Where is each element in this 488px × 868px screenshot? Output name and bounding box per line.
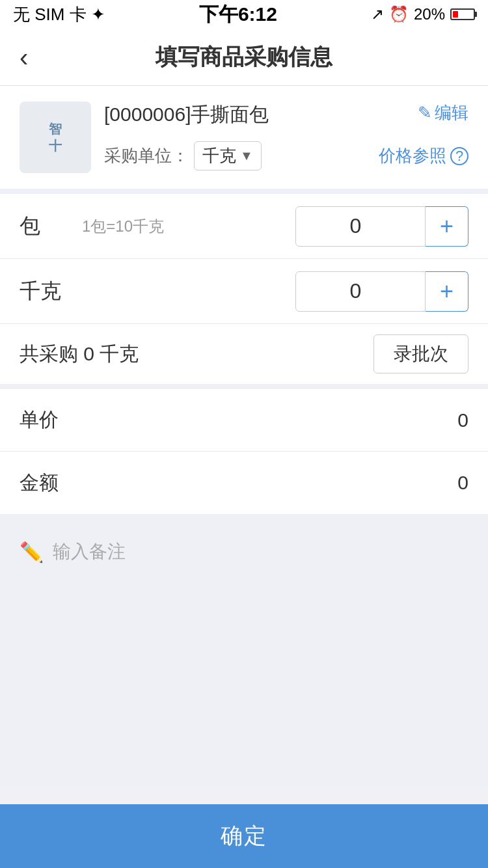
- status-right: ↗ ⏰ 20%: [371, 5, 475, 23]
- unit-price-label: 单价: [20, 407, 59, 433]
- location-icon: ↗: [371, 5, 384, 23]
- amount-value: 0: [457, 472, 468, 494]
- qty-row-bag: 包 1包=10千克 +: [0, 194, 488, 259]
- qty-label-bag: 包: [20, 212, 78, 241]
- price-section: 单价 0 金额 0: [0, 389, 488, 519]
- question-icon: ?: [450, 147, 468, 165]
- unit-prefix-label: 采购单位：: [104, 144, 189, 167]
- dropdown-arrow-icon: ▼: [240, 148, 253, 163]
- qty-label-kg: 千克: [20, 277, 78, 306]
- status-left: 无 SIM 卡 ✦: [13, 3, 105, 26]
- qty-input-bag[interactable]: [295, 206, 426, 247]
- edit-icon: ✎: [418, 103, 432, 123]
- batch-button[interactable]: 录批次: [373, 334, 468, 373]
- page-title: 填写商品采购信息: [156, 42, 332, 72]
- qty-input-wrap-bag: +: [295, 206, 468, 247]
- product-name: [0000006]手撕面包: [104, 102, 269, 128]
- quantity-section: 包 1包=10千克 + 千克 +: [0, 194, 488, 324]
- price-ref-label: 价格参照: [379, 144, 446, 167]
- notes-section[interactable]: ✏️ 输入备注: [0, 519, 488, 584]
- confirm-button[interactable]: 确定: [0, 804, 488, 868]
- summary-row: 共采购 0 千克 录批次: [0, 324, 488, 389]
- qty-input-wrap-kg: +: [295, 271, 468, 312]
- confirm-btn-wrap: 确定: [0, 804, 488, 868]
- pencil-icon: ✏️: [20, 541, 44, 563]
- edit-button[interactable]: ✎ 编辑: [418, 102, 468, 124]
- qty-input-kg[interactable]: [295, 271, 426, 312]
- unit-price-row: 单价 0: [0, 389, 488, 452]
- sim-label: 无 SIM 卡 ✦: [13, 3, 105, 26]
- status-time: 下午6:12: [199, 1, 277, 28]
- qty-plus-bag[interactable]: +: [426, 206, 468, 247]
- unit-price-value: 0: [457, 409, 468, 431]
- battery-icon: [450, 8, 475, 20]
- alarm-icon: ⏰: [389, 5, 409, 23]
- amount-row: 金额 0: [0, 452, 488, 514]
- notes-placeholder: 输入备注: [53, 539, 126, 564]
- battery-percent: 20%: [414, 5, 445, 23]
- qty-row-kg: 千克 +: [0, 259, 488, 324]
- amount-label: 金额: [20, 470, 59, 496]
- qty-sub-label-bag: 1包=10千克: [82, 216, 295, 237]
- unit-value: 千克: [202, 144, 236, 167]
- qty-plus-kg[interactable]: +: [426, 271, 468, 312]
- nav-bar: ‹ 填写商品采购信息: [0, 29, 488, 86]
- product-info: [0000006]手撕面包 ✎ 编辑 采购单位： 千克 ▼ 价格参照 ?: [104, 102, 468, 170]
- unit-row: 采购单位： 千克 ▼ 价格参照 ?: [104, 141, 468, 170]
- price-reference-button[interactable]: 价格参照 ?: [379, 144, 468, 167]
- bottom-spacer: [0, 584, 488, 786]
- status-bar: 无 SIM 卡 ✦ 下午6:12 ↗ ⏰ 20%: [0, 0, 488, 29]
- product-name-row: [0000006]手撕面包 ✎ 编辑: [104, 102, 468, 128]
- product-image: 智 十: [20, 102, 91, 173]
- unit-select[interactable]: 千克 ▼: [194, 141, 262, 170]
- back-button[interactable]: ‹: [20, 44, 28, 70]
- product-card: 智 十 [0000006]手撕面包 ✎ 编辑 采购单位： 千克 ▼ 价格参照 ?: [0, 86, 488, 194]
- summary-text: 共采购 0 千克: [20, 341, 139, 368]
- product-logo: 智 十: [49, 120, 62, 154]
